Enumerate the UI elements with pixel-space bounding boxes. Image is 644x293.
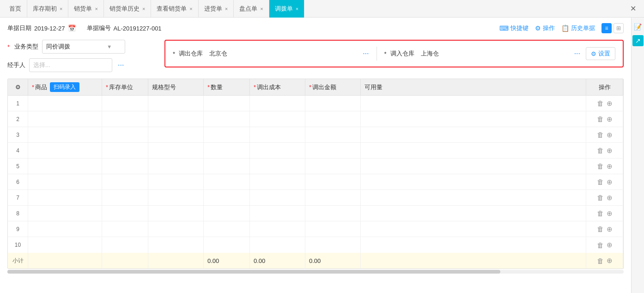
- calendar-icon[interactable]: 📅: [68, 24, 76, 32]
- row-3-cost[interactable]: [250, 127, 305, 143]
- row-5-product[interactable]: [28, 159, 102, 174]
- row-1-amount[interactable]: [305, 96, 361, 111]
- row-3-spec[interactable]: [148, 127, 204, 143]
- row-7-copy-icon[interactable]: ⊕: [607, 194, 613, 202]
- row-2-cost[interactable]: [250, 111, 305, 127]
- row-10-copy-icon[interactable]: ⊕: [607, 241, 613, 249]
- list-view-button[interactable]: ≡: [601, 23, 612, 33]
- subtotal-copy-icon[interactable]: ⊕: [607, 256, 613, 265]
- tab-view-sales-close[interactable]: ×: [189, 6, 192, 12]
- window-close-button[interactable]: ✕: [626, 0, 640, 18]
- tab-home[interactable]: 首页: [4, 0, 27, 18]
- row-4-delete-icon[interactable]: 🗑: [597, 146, 604, 154]
- row-7-delete-icon[interactable]: 🗑: [597, 194, 604, 201]
- row-2-product[interactable]: [28, 111, 102, 127]
- row-2-unit[interactable]: [102, 111, 148, 127]
- tab-inventory-init-close[interactable]: ×: [60, 6, 62, 12]
- row-2-qty[interactable]: [204, 111, 250, 127]
- row-4-copy-icon[interactable]: ⊕: [607, 146, 613, 155]
- row-7-unit[interactable]: [102, 190, 148, 206]
- row-2-spec[interactable]: [148, 111, 204, 127]
- row-7-qty[interactable]: [204, 190, 250, 206]
- history-button[interactable]: 📋 历史单据: [561, 24, 595, 32]
- row-1-qty[interactable]: [204, 96, 250, 111]
- row-4-qty[interactable]: [204, 143, 250, 159]
- horizontal-scrollbar[interactable]: [7, 270, 624, 274]
- row-9-qty[interactable]: [204, 221, 250, 237]
- row-4-spec[interactable]: [148, 143, 204, 159]
- row-5-delete-icon[interactable]: 🗑: [597, 162, 604, 170]
- row-8-product[interactable]: [28, 206, 102, 221]
- row-9-unit[interactable]: [102, 221, 148, 237]
- row-1-delete-icon[interactable]: 🗑: [597, 99, 604, 107]
- row-6-delete-icon[interactable]: 🗑: [597, 178, 604, 186]
- row-10-amount[interactable]: [305, 237, 361, 253]
- handler-more-button[interactable]: ···: [118, 61, 124, 69]
- tab-inventory-init[interactable]: 库存期初 ×: [27, 0, 68, 18]
- row-5-copy-icon[interactable]: ⊕: [607, 162, 613, 171]
- tab-transfer-close[interactable]: ×: [296, 6, 298, 12]
- row-5-spec[interactable]: [148, 159, 204, 174]
- row-9-product[interactable]: [28, 221, 102, 237]
- row-3-copy-icon[interactable]: ⊕: [607, 131, 613, 139]
- row-1-copy-icon[interactable]: ⊕: [607, 99, 613, 108]
- operations-button[interactable]: ⚙ 操作: [535, 24, 555, 32]
- row-3-qty[interactable]: [204, 127, 250, 143]
- row-5-amount[interactable]: [305, 159, 361, 174]
- row-2-amount[interactable]: [305, 111, 361, 127]
- row-3-delete-icon[interactable]: 🗑: [597, 131, 604, 139]
- row-8-amount[interactable]: [305, 206, 361, 221]
- row-4-amount[interactable]: [305, 143, 361, 159]
- row-9-delete-icon[interactable]: 🗑: [597, 225, 604, 233]
- row-3-unit[interactable]: [102, 127, 148, 143]
- row-6-copy-icon[interactable]: ⊕: [607, 178, 613, 186]
- row-4-unit[interactable]: [102, 143, 148, 159]
- row-1-spec[interactable]: [148, 96, 204, 111]
- tab-sales-history-close[interactable]: ×: [142, 6, 145, 12]
- row-3-product[interactable]: [28, 127, 102, 143]
- row-8-spec[interactable]: [148, 206, 204, 221]
- tab-transfer[interactable]: 调拨单 ×: [269, 0, 304, 18]
- row-9-spec[interactable]: [148, 221, 204, 237]
- row-1-unit[interactable]: [102, 96, 148, 111]
- tab-stock-count[interactable]: 盘点单 ×: [234, 0, 269, 18]
- settings-button[interactable]: ⚙ 设置: [586, 47, 615, 60]
- row-1-cost[interactable]: [250, 96, 305, 111]
- tab-stock-count-close[interactable]: ×: [260, 6, 263, 12]
- row-7-product[interactable]: [28, 190, 102, 206]
- row-9-copy-icon[interactable]: ⊕: [607, 225, 613, 233]
- row-5-unit[interactable]: [102, 159, 148, 174]
- row-6-spec[interactable]: [148, 174, 204, 190]
- row-5-qty[interactable]: [204, 159, 250, 174]
- row-2-delete-icon[interactable]: 🗑: [597, 115, 604, 123]
- row-10-qty[interactable]: [204, 237, 250, 253]
- row-10-product[interactable]: [28, 237, 102, 253]
- row-10-delete-icon[interactable]: 🗑: [597, 241, 604, 249]
- tab-sales-order[interactable]: 销货单 ×: [68, 0, 103, 18]
- row-9-amount[interactable]: [305, 221, 361, 237]
- row-10-cost[interactable]: [250, 237, 305, 253]
- row-7-spec[interactable]: [148, 190, 204, 206]
- row-10-spec[interactable]: [148, 237, 204, 253]
- row-5-cost[interactable]: [250, 159, 305, 174]
- row-8-delete-icon[interactable]: 🗑: [597, 209, 604, 217]
- row-2-copy-icon[interactable]: ⊕: [607, 115, 613, 123]
- row-9-cost[interactable]: [250, 221, 305, 237]
- tab-purchase-order-close[interactable]: ×: [225, 6, 228, 12]
- row-6-amount[interactable]: [305, 174, 361, 190]
- sidebar-external-icon[interactable]: ↗: [632, 35, 644, 46]
- row-8-unit[interactable]: [102, 206, 148, 221]
- row-6-cost[interactable]: [250, 174, 305, 190]
- tab-purchase-order[interactable]: 进货单 ×: [199, 0, 234, 18]
- row-1-product[interactable]: [28, 96, 102, 111]
- row-6-unit[interactable]: [102, 174, 148, 190]
- row-4-cost[interactable]: [250, 143, 305, 159]
- row-6-product[interactable]: [28, 174, 102, 190]
- biz-type-select[interactable]: 同价调拨 ▼: [42, 40, 125, 54]
- row-8-cost[interactable]: [250, 206, 305, 221]
- row-8-copy-icon[interactable]: ⊕: [607, 209, 613, 218]
- out-warehouse-more-button[interactable]: ···: [363, 49, 369, 58]
- row-7-amount[interactable]: [305, 190, 361, 206]
- shortcuts-button[interactable]: ⌨ 快捷键: [499, 24, 529, 32]
- handler-select[interactable]: 选择...: [29, 58, 112, 72]
